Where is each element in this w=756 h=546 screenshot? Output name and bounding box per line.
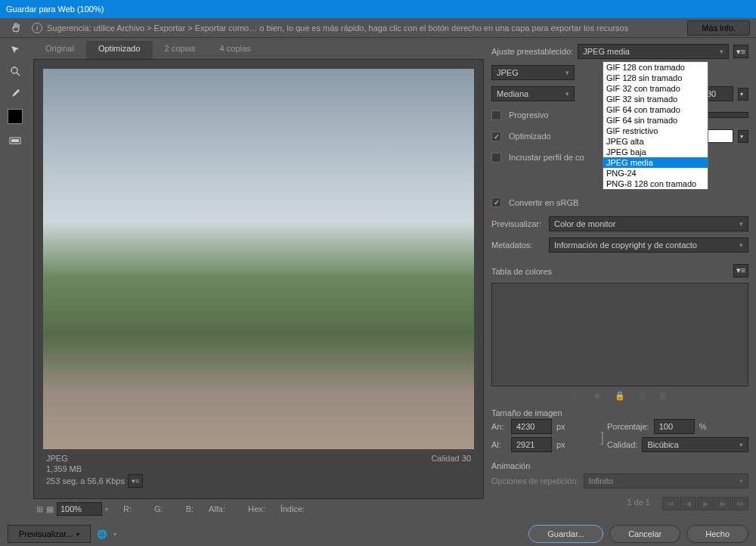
optimized-label: Optimizado: [509, 132, 551, 141]
convert-srgb-label: Convertir en sRGB: [509, 198, 578, 207]
bottom-controls: ⊞ ▦ ▾ R: G: B: Alfa: Hex: Índice:: [33, 499, 484, 519]
slice-visibility-icon[interactable]: [5, 132, 26, 150]
loop-label: Opciones de repetición:: [491, 476, 579, 486]
preset-menu-icon[interactable]: ▾≡: [733, 45, 748, 58]
tab-2up[interactable]: 2 copias: [153, 41, 208, 59]
matte-dropdown[interactable]: ▾: [738, 130, 748, 143]
b-readout: B:: [186, 504, 194, 513]
percent-label: Porcentaje:: [607, 422, 649, 431]
toolbar: [0, 38, 30, 519]
svg-line-1: [17, 73, 20, 76]
download-time-label: 253 seg. a 56,6 Kbps: [46, 476, 125, 486]
footer: Previsualizar...▾ 🌐▾ Guardar... Cancelar…: [0, 519, 756, 546]
progressive-checkbox[interactable]: [491, 110, 501, 120]
quality-preset-dropdown[interactable]: Mediana: [491, 86, 575, 101]
height-label: Al:: [491, 440, 507, 449]
format-dropdown[interactable]: JPEG: [491, 65, 575, 80]
preset-option[interactable]: PNG-24: [603, 168, 708, 178]
hand-icon[interactable]: [6, 19, 27, 37]
index-readout: Índice:: [280, 504, 305, 513]
preset-dropdown-menu: GIF 128 con tramadoGIF 128 sin tramadoGI…: [603, 61, 708, 190]
view-tabs: Original Optimizado 2 copias 4 copias: [33, 41, 484, 59]
info-bar: i Sugerencia: utilice Archivo > Exportar…: [0, 18, 756, 38]
done-button[interactable]: Hecho: [686, 525, 748, 543]
eyedropper-tool-icon[interactable]: [5, 83, 26, 101]
window-title: Guardar para Web (100%): [6, 5, 104, 14]
more-info-button[interactable]: Más info.: [687, 20, 750, 36]
filesize-label: 1,359 MB: [46, 464, 471, 474]
trash-icon[interactable]: 🗑: [659, 391, 668, 401]
hint-text: Sugerencia: utilice Archivo > Exportar >…: [47, 23, 628, 33]
play-button: ▶: [697, 497, 714, 510]
browser-icon[interactable]: 🌐: [97, 529, 107, 539]
preset-option[interactable]: JPEG baja: [603, 147, 708, 157]
animation-label: Animación: [491, 458, 748, 472]
new-color-icon[interactable]: ◻: [639, 391, 646, 401]
download-time-menu-icon[interactable]: ▾≡: [128, 474, 143, 488]
height-input[interactable]: [511, 437, 552, 452]
g-readout: G:: [154, 504, 163, 513]
preset-option[interactable]: GIF 64 con tramado: [603, 104, 708, 115]
preset-option[interactable]: JPEG alta: [603, 136, 708, 147]
grid-icon[interactable]: ⊞: [36, 504, 43, 514]
preset-option[interactable]: GIF 128 sin tramado: [603, 73, 708, 83]
quality-interp-dropdown[interactable]: Bicúbica: [642, 437, 748, 452]
metadata-dropdown[interactable]: Información de copyright y de contacto: [549, 237, 748, 253]
last-frame-button: ⏭: [732, 497, 748, 510]
preset-option[interactable]: GIF 32 sin tramado: [603, 94, 708, 104]
width-px: px: [556, 422, 565, 431]
metadata-label: Metadatos:: [491, 240, 544, 250]
first-frame-button: ⏮: [662, 497, 679, 510]
preset-option[interactable]: GIF 64 sin tramado: [603, 115, 708, 126]
quality-slider-btn[interactable]: ▾: [738, 88, 748, 101]
color-table-label: Tabla de colores: [491, 264, 552, 278]
loop-dropdown: Infinito: [584, 473, 748, 489]
color-table-toolbar: ⬚ ◉ 🔒 ◻ 🗑: [491, 388, 748, 405]
color-table: [491, 283, 748, 386]
image-preview[interactable]: [43, 69, 474, 449]
height-px: px: [556, 440, 565, 449]
tab-optimized[interactable]: Optimizado: [86, 41, 153, 59]
snap-web-icon[interactable]: ⬚: [572, 391, 580, 401]
svg-rect-3: [11, 139, 19, 142]
hex-readout: Hex:: [248, 504, 265, 513]
cancel-button[interactable]: Cancelar: [609, 525, 680, 543]
zoom-tool-icon[interactable]: [5, 62, 26, 80]
lock-icon[interactable]: 🔒: [615, 391, 625, 401]
tab-original[interactable]: Original: [33, 41, 86, 59]
embed-profile-checkbox[interactable]: [491, 153, 501, 163]
prev-frame-button: ◀: [680, 497, 696, 510]
optimized-checkbox[interactable]: [491, 132, 501, 141]
blur-dropdown[interactable]: [706, 112, 748, 118]
color-swatch[interactable]: [8, 109, 23, 124]
preview-area: Original Optimizado 2 copias 4 copias JP…: [30, 38, 484, 519]
link-dimensions-icon[interactable]: ]: [597, 430, 607, 445]
preview-dropdown[interactable]: Color de monitor: [549, 216, 748, 231]
tab-4up[interactable]: 4 copias: [208, 41, 263, 59]
percent-input[interactable]: [654, 419, 695, 434]
zoom-input[interactable]: [57, 502, 102, 516]
preset-option[interactable]: JPEG media: [603, 157, 708, 168]
embed-profile-label: Incrustar perfil de co: [509, 153, 584, 162]
slice-select-tool-icon[interactable]: [5, 41, 26, 59]
preset-option[interactable]: PNG-8 128 con tramado: [603, 178, 708, 189]
quality-interp-label: Calidad:: [607, 440, 637, 449]
r-readout: R:: [123, 504, 132, 513]
convert-srgb-checkbox[interactable]: [491, 197, 501, 207]
format-label: JPEG: [46, 454, 68, 463]
width-label: An:: [491, 422, 507, 431]
preset-option[interactable]: GIF restrictivo: [603, 126, 708, 136]
grid2-icon[interactable]: ▦: [46, 504, 54, 514]
preset-option[interactable]: GIF 32 con tramado: [603, 83, 708, 94]
color-table-menu-icon[interactable]: ▾≡: [733, 264, 748, 278]
preset-option[interactable]: GIF 128 con tramado: [603, 62, 708, 73]
width-input[interactable]: [511, 419, 552, 434]
next-frame-button: ▶: [714, 497, 731, 510]
preview-button[interactable]: Previsualizar...▾: [8, 525, 91, 543]
preset-dropdown[interactable]: JPEG media GIF 128 con tramadoGIF 128 si…: [578, 44, 729, 59]
progressive-label: Progresivo: [509, 110, 549, 119]
lock-color-icon[interactable]: ◉: [593, 391, 601, 401]
image-size-label: Tamaño de imagen: [491, 405, 748, 419]
save-button[interactable]: Guardar...: [528, 525, 603, 543]
percent-sym: %: [699, 422, 707, 431]
